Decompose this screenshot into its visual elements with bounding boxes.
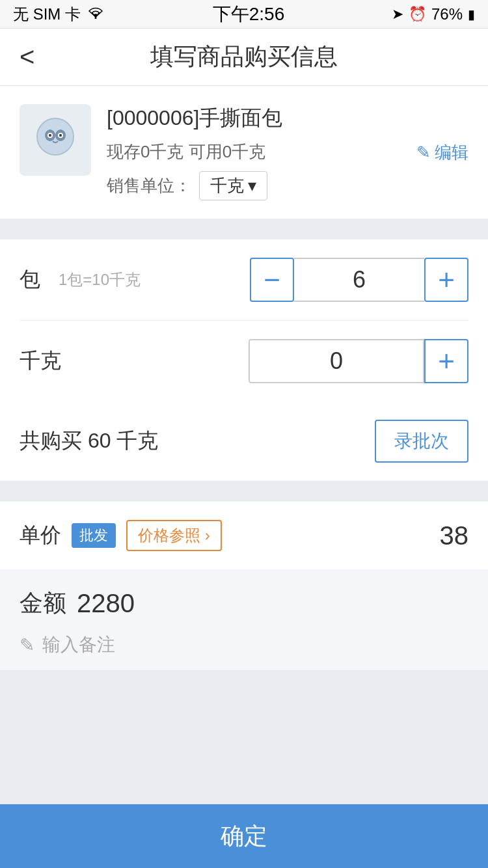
svg-point-7 [59,134,62,137]
wifi-icon [86,5,105,23]
status-left: 无 SIM 卡 [13,4,105,25]
pifa-tag: 批发 [72,523,116,548]
summary-section: 共购买 60 千克 录批次 [0,401,488,481]
bao-input-row: 包 1包=10千克 − + [20,239,468,321]
bao-increment-button[interactable]: + [424,258,468,302]
carrier-label: 无 SIM 卡 [13,4,81,25]
unit-select[interactable]: 千克 ▾ [199,171,267,200]
edit-label: 编辑 [435,141,468,164]
product-logo-icon [36,117,75,163]
location-icon: ➤ [392,6,403,23]
confirm-button[interactable]: 确定 [0,804,488,868]
price-row: 单价 批发 价格参照 › 38 [20,520,468,551]
bao-quantity-input[interactable] [294,258,424,302]
bao-decrement-button[interactable]: − [250,258,294,302]
product-name: [0000006]手撕面包 [107,104,468,133]
price-ref-button[interactable]: 价格参照 › [126,520,222,551]
remark-row[interactable]: ✎ 输入备注 [20,632,468,657]
kg-controls: + [249,339,468,383]
svg-point-1 [37,118,74,155]
svg-point-0 [95,17,97,19]
amount-label: 金额 [20,588,66,619]
price-label-row: 单价 批发 价格参照 › [20,520,222,551]
nav-bar: < 填写商品购买信息 [0,29,488,86]
amount-row: 金额 2280 [20,588,468,619]
confirm-label: 确定 [221,821,267,852]
bao-label: 包 [20,265,40,294]
kg-increment-button[interactable]: + [424,339,468,383]
bao-hint: 1包=10千克 [59,269,141,290]
remark-label: 输入备注 [42,632,115,657]
battery-label: 76% [431,5,463,23]
status-bar: 无 SIM 卡 下午2:56 ➤ ⏰ 76% ▮ [0,0,488,29]
product-thumbnail [20,104,91,176]
input-section: 包 1包=10千克 − + 千克 + [0,239,488,401]
summary-text: 共购买 60 千克 [20,427,158,455]
batch-button[interactable]: 录批次 [375,420,468,463]
section-divider-2 [0,481,488,491]
amount-section: 金额 2280 ✎ 输入备注 [0,569,488,670]
amount-value: 2280 [77,589,135,618]
price-section: 单价 批发 价格参照 › 38 [0,502,488,569]
svg-point-6 [49,134,51,137]
section-divider-1 [0,229,488,239]
price-label: 单价 [20,521,61,550]
status-right: ➤ ⏰ 76% ▮ [392,5,475,23]
kg-quantity-input[interactable] [249,339,424,383]
kg-input-row: 千克 + [20,321,468,401]
price-value: 38 [440,521,469,550]
kg-label: 千克 [20,347,61,375]
unit-value: 千克 [210,174,244,197]
chevron-down-icon: ▾ [248,176,256,196]
edit-button[interactable]: ✎ 编辑 [416,141,468,164]
battery-icon: ▮ [468,7,475,22]
alarm-icon: ⏰ [409,6,426,23]
product-card: [0000006]手撕面包 现存0千克 可用0千克 销售单位： 千克 ▾ ✎ 编… [0,86,488,219]
status-time: 下午2:56 [213,2,285,27]
product-unit-row: 销售单位： 千克 ▾ [107,171,468,200]
product-info: [0000006]手撕面包 现存0千克 可用0千克 销售单位： 千克 ▾ [107,104,468,200]
bao-controls: − + [250,258,468,302]
product-stock: 现存0千克 可用0千克 [107,141,468,163]
edit-icon: ✎ [416,142,431,163]
back-button[interactable]: < [20,42,34,72]
unit-label: 销售单位： [107,174,191,197]
pencil-icon: ✎ [20,634,34,656]
page-title: 填写商品购买信息 [150,41,338,73]
